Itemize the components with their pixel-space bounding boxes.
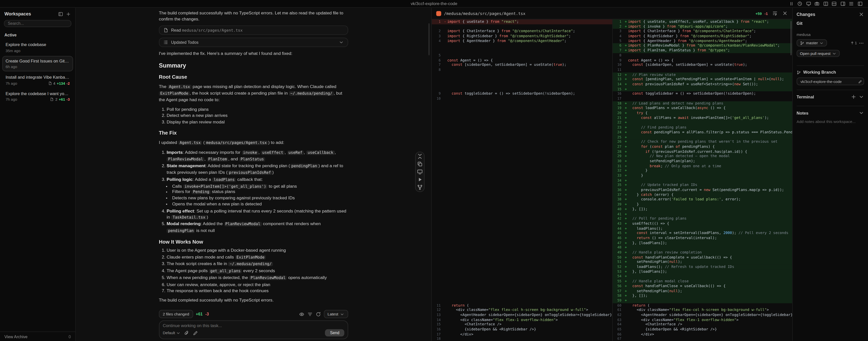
panel-toggle-icon[interactable] [58, 12, 63, 17]
diff-new-line: 47+ }, [loadPlans]); [612, 241, 792, 245]
diff-row: 7 const [sidebarOpen, setSidebarOpen] = … [432, 63, 792, 67]
diff-old-line: 3import { RightSidebar } from "@/compone… [432, 34, 612, 39]
diff-new-line: 8 [612, 53, 792, 58]
terminal-section-header[interactable]: Terminal [797, 90, 864, 102]
working-branch-input[interactable] [797, 78, 864, 85]
tool-call-label: Updated Todos [171, 39, 198, 44]
deletions-count: -3 [205, 312, 209, 317]
diff-old-line [432, 120, 612, 125]
view-archive-label: View Archive [5, 334, 28, 339]
diff-row: 6const Agent = () => {9const Agent = () … [432, 58, 792, 63]
diff-old-line [432, 284, 612, 289]
workspace-title: Create Good First Issues on Github So [6, 58, 70, 63]
diff-new-line: 7+import { PlanItem, PlanStatus } from "… [612, 48, 792, 53]
list-item: The response is written back and the hoo… [166, 288, 348, 294]
close-diff-icon[interactable] [782, 11, 788, 16]
diff-old-line [432, 154, 612, 159]
diff-row: 26+ // Check for new pending plans that … [432, 140, 792, 145]
notes-label: Notes [797, 110, 809, 115]
visibility-icon[interactable] [299, 311, 304, 317]
pause-icon[interactable] [788, 1, 794, 6]
diff-new-line: 58+ }, []); [612, 293, 792, 298]
workspace-item[interactable]: Install and integrate Vibe Kanban Web7h … [2, 72, 73, 88]
diff-row: 50+ const handlePlanComplete = useCallba… [432, 255, 792, 260]
notes-placeholder[interactable]: Add notes about this workspace... [797, 118, 864, 125]
notes-section-header[interactable]: Notes [797, 106, 864, 118]
app-window: vk/3ccf-explore-the-code Workspaces Acti… [0, 0, 868, 341]
run-icon[interactable] [417, 177, 423, 183]
new-terminal-icon[interactable] [851, 94, 856, 100]
edit-branch-icon[interactable] [858, 80, 862, 84]
view-archive[interactable]: View Archive 0 [0, 332, 75, 341]
more-actions-icon[interactable] [859, 40, 864, 46]
terminal-window-icon[interactable] [417, 169, 423, 175]
diff-old-line [432, 48, 612, 53]
diff-new-line: 23+ // Find pending plans [612, 125, 792, 130]
diff-new-line: 18+ // Load plans and detect new pending… [612, 101, 792, 106]
diff-panel: /medusa/medusa/src/pages/Agent.tsx +59 -… [431, 8, 792, 341]
files-changed-button[interactable]: 2 files changed [159, 310, 193, 318]
list-item: The Agent page polls get_all_plans every… [166, 268, 348, 274]
collapse-notes-icon[interactable] [859, 110, 864, 116]
chevron-down-icon[interactable] [339, 39, 344, 44]
send-button[interactable]: Send [325, 329, 344, 336]
diff-row: 58+ }, []); [432, 293, 792, 298]
todos-icon [163, 39, 168, 44]
collapse-terminal-icon[interactable] [859, 94, 864, 100]
version-dropdown[interactable]: Latest [324, 310, 348, 318]
screenshot-icon[interactable] [814, 1, 820, 6]
message-input[interactable] [163, 323, 344, 328]
diff-old-line [432, 168, 612, 173]
workspace-item[interactable]: Explore the codebase35m ago [2, 39, 73, 55]
new-workspace-icon[interactable] [66, 12, 71, 17]
file-type-icon [436, 11, 441, 16]
workspace-item[interactable]: Explore the codebase I want you to ex7h … [2, 88, 73, 104]
attach-icon[interactable] [184, 330, 190, 336]
diff-old-line [432, 173, 612, 178]
terminal-label: Terminal [797, 94, 814, 99]
split-rows-icon[interactable] [832, 1, 837, 6]
tool-call-chip[interactable]: Read medusa/src/pages/Agent.tsx [159, 25, 348, 35]
refresh-icon[interactable] [315, 311, 321, 317]
collapse-icon[interactable] [417, 153, 423, 159]
diff-new-line: 66 </div> [612, 332, 792, 337]
split-columns-icon[interactable] [823, 1, 828, 6]
copy-icon[interactable] [417, 161, 423, 167]
diff-row: 31+ break; // Only open one at a time [432, 164, 792, 168]
close-panel-icon[interactable] [859, 12, 864, 17]
display-icon[interactable] [806, 1, 811, 6]
list-icon[interactable] [848, 1, 854, 6]
history-icon[interactable] [797, 1, 802, 6]
panel-right-icon[interactable] [840, 1, 845, 6]
filter-icon[interactable] [307, 311, 313, 317]
diff-row: 48+ [432, 245, 792, 250]
diff-old-line [432, 164, 612, 168]
diff-scrollbar-thumb[interactable] [790, 21, 792, 55]
diff-new-line: 11 [612, 67, 792, 72]
changes-header: Changes [797, 12, 864, 17]
branch-selector[interactable]: master [797, 39, 827, 46]
git-branch-icon [800, 41, 804, 45]
panel-left-icon[interactable] [857, 1, 862, 6]
wrap-lines-icon[interactable] [772, 11, 778, 16]
diff-row: 13+ const [pendingPlan, setPendingPlan] … [432, 77, 792, 82]
version-label: Latest [328, 312, 338, 316]
git-fork-icon[interactable] [417, 184, 423, 190]
open-pr-button[interactable]: Open pull request [797, 50, 840, 57]
model-selector[interactable]: Default [163, 331, 180, 335]
diff-old-line [432, 183, 612, 188]
annotate-icon[interactable] [193, 330, 198, 336]
diff-old-line [432, 135, 612, 140]
diff-row: 40+ }, []); [432, 207, 792, 212]
composer-toolbar: Default Send [163, 329, 344, 336]
diff-new-line: 19+ const loadPlans = useCallback(async … [612, 106, 792, 111]
diff-old-line: 10 [432, 96, 612, 101]
diff-new-line: 13+ const [pendingPlan, setPendingPlan] … [612, 77, 792, 82]
search-input[interactable] [4, 20, 71, 27]
chat-scrollbar-thumb[interactable] [428, 23, 429, 55]
diff-old-line [432, 231, 612, 236]
changes-status-bar: 2 files changed +61 -3 Latest [159, 309, 348, 319]
diff-old-line [432, 270, 612, 274]
tool-call-chip[interactable]: Updated Todos [159, 37, 348, 47]
workspace-item[interactable]: Create Good First Issues on Github So6h … [2, 56, 73, 71]
